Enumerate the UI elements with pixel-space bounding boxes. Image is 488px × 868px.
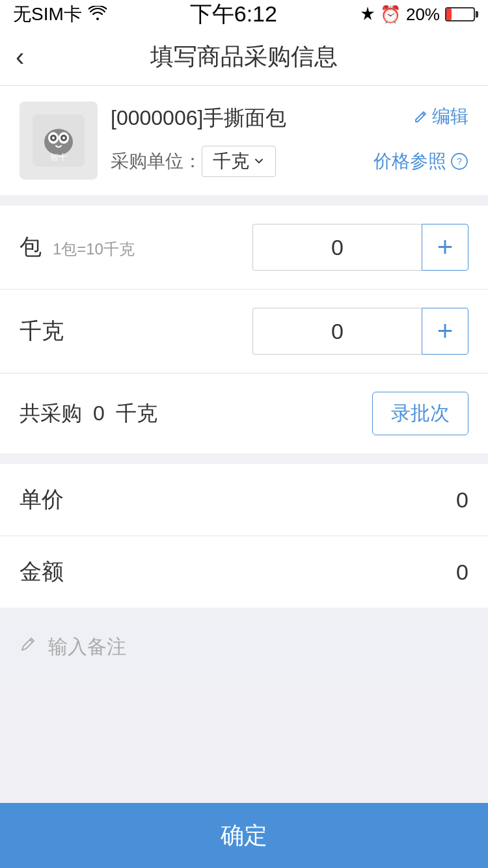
pencil-icon <box>20 636 38 658</box>
note-section[interactable]: 输入备注 <box>0 613 488 681</box>
batch-button[interactable]: 录批次 <box>372 392 468 435</box>
bag-input-row: 包 1包=10千克 + <box>0 206 488 290</box>
product-card: 智十 [0000006]手撕面包 编辑 采购单位： 千克 <box>0 86 488 200</box>
amount-row: 金额 0 <box>0 536 488 608</box>
battery-icon <box>445 7 475 21</box>
price-section: 单价 0 金额 0 <box>0 464 488 608</box>
status-bar-right: ⏰ 20% <box>360 5 475 25</box>
note-placeholder: 输入备注 <box>48 634 126 660</box>
summary-row: 共采购 0 千克 录批次 <box>0 373 488 454</box>
product-image: 智十 <box>20 102 98 180</box>
unit-price-label: 单价 <box>20 485 64 515</box>
kg-plus-button[interactable]: + <box>422 308 468 355</box>
summary-amount: 0 <box>93 401 105 425</box>
bag-input-control: + <box>252 224 468 271</box>
unit-price-value: 0 <box>456 487 468 513</box>
edit-button[interactable]: 编辑 <box>414 104 468 129</box>
page-title: 填写商品采购信息 <box>150 41 338 73</box>
bag-label: 包 <box>20 234 42 259</box>
svg-point-6 <box>52 137 55 139</box>
bag-plus-icon: + <box>437 232 454 263</box>
amount-label: 金额 <box>20 557 64 587</box>
bag-plus-button[interactable]: + <box>422 224 468 271</box>
input-section: 包 1包=10千克 + 千克 + <box>0 206 488 373</box>
bag-label-container: 包 1包=10千克 <box>20 232 135 262</box>
divider-2 <box>0 454 488 459</box>
svg-point-1 <box>44 129 73 155</box>
bag-quantity-input[interactable] <box>252 224 422 271</box>
unit-label: 采购单位： <box>111 149 202 174</box>
alarm-icon: ⏰ <box>380 5 401 25</box>
svg-point-7 <box>62 137 65 139</box>
summary-text: 共采购 0 千克 <box>20 400 157 428</box>
carrier-label: 无SIM卡 <box>13 2 82 27</box>
product-name: [0000006]手撕面包 <box>111 104 286 133</box>
unit-value: 千克 <box>213 149 249 174</box>
back-icon: ‹ <box>16 42 24 72</box>
unit-selector[interactable]: 千克 <box>202 146 276 177</box>
nav-bar: ‹ 填写商品采购信息 <box>0 29 488 86</box>
bag-sub-label: 1包=10千克 <box>53 240 135 258</box>
battery-percent: 20% <box>406 5 440 25</box>
amount-value: 0 <box>456 560 468 585</box>
kg-label: 千克 <box>20 318 64 343</box>
product-info: [0000006]手撕面包 编辑 采购单位： 千克 价格 <box>111 104 468 177</box>
divider-1 <box>0 200 488 206</box>
kg-quantity-input[interactable] <box>252 308 422 355</box>
status-bar: 无SIM卡 下午6:12 ⏰ 20% <box>0 0 488 29</box>
confirm-button[interactable]: 确定 <box>0 803 488 868</box>
price-ref-label: 价格参照 <box>373 149 446 174</box>
svg-text:?: ? <box>457 156 462 167</box>
kg-input-control: + <box>252 308 468 355</box>
status-bar-time: 下午6:12 <box>190 0 277 29</box>
status-bar-left: 无SIM卡 <box>13 2 107 27</box>
kg-label-container: 千克 <box>20 316 64 346</box>
summary-unit: 千克 <box>116 401 157 425</box>
price-reference-button[interactable]: 价格参照 ? <box>373 149 468 174</box>
back-button[interactable]: ‹ <box>16 42 24 72</box>
unit-price-row: 单价 0 <box>0 464 488 536</box>
summary-prefix: 共采购 <box>20 401 82 425</box>
edit-label: 编辑 <box>432 104 468 129</box>
location-icon <box>360 5 375 25</box>
svg-text:智十: 智十 <box>50 152 67 162</box>
kg-plus-icon: + <box>437 316 454 347</box>
wifi-icon <box>88 4 107 25</box>
kg-input-row: 千克 + <box>0 290 488 373</box>
